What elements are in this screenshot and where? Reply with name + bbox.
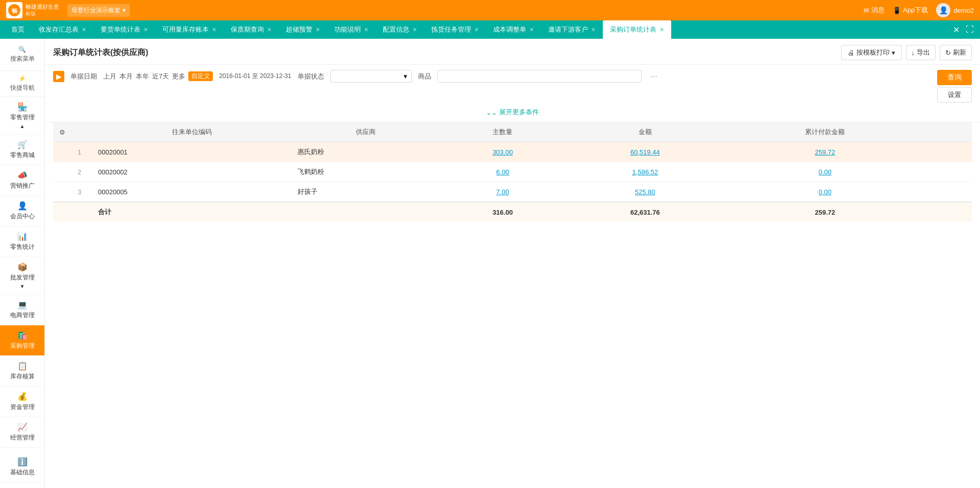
- row3-supplier-name: 好孩子: [291, 182, 440, 202]
- tab-config[interactable]: 配置信息 ✕: [376, 20, 424, 39]
- refresh-btn[interactable]: ↻ 刷新: [940, 45, 972, 60]
- sidebar-item-basic[interactable]: ℹ️ 基础信息: [0, 452, 44, 482]
- quick-nav-icon: ⚡: [18, 75, 26, 82]
- logo-text: 畅捷通好生意 标版: [26, 4, 59, 16]
- tab-close-purchase-stat[interactable]: ✕: [659, 27, 664, 33]
- tab-home[interactable]: 首页: [4, 20, 32, 39]
- tab-demand[interactable]: 要货单统计表 ✕: [93, 20, 155, 39]
- wholesale-icon: 📦: [17, 262, 28, 272]
- tab-close-config[interactable]: ✕: [412, 27, 417, 33]
- user-avatar[interactable]: 👤 demo2: [936, 3, 974, 17]
- tab-function[interactable]: 功能说明 ✕: [327, 20, 376, 39]
- goods-filter-label: 商品: [418, 72, 431, 81]
- row2-amount[interactable]: 1,586.52: [565, 162, 725, 182]
- tab-close-invite[interactable]: ✕: [591, 27, 596, 33]
- sidebar-item-finance[interactable]: 💰 资金管理: [0, 387, 44, 417]
- export-icon: ↓: [912, 49, 915, 57]
- retail-stat-icon: 📊: [17, 232, 28, 241]
- ecommerce-icon: 💻: [17, 300, 28, 310]
- sidebar-item-retail-stat[interactable]: 📊 零售统计: [0, 226, 44, 257]
- member-icon: 👤: [17, 201, 28, 211]
- sidebar-item-wholesale[interactable]: 📦 批发管理 ▼: [0, 257, 44, 295]
- sidebar-item-purchase[interactable]: 🛍️ 采购管理: [0, 325, 44, 356]
- tab-close-available[interactable]: ✕: [212, 27, 216, 33]
- row2-extra: [925, 162, 972, 182]
- more-date-btn[interactable]: 更多: [172, 72, 185, 81]
- expand-more-row: ⌄⌄ 展开更多条件: [53, 105, 972, 117]
- tab-close-expiry[interactable]: ✕: [267, 27, 272, 33]
- filter-toggle-btn[interactable]: ▶: [53, 71, 64, 82]
- page-header-actions: 🖨 按模板打印 ▾ ↓ 导出 ↻ 刷新: [841, 45, 972, 60]
- footer-extra: [925, 202, 972, 222]
- row2-supplier-code: 00020002: [92, 162, 291, 182]
- last-7-days-btn[interactable]: 近7天: [152, 72, 169, 81]
- status-select[interactable]: ▾: [330, 70, 412, 83]
- marketing-icon: 📣: [17, 170, 28, 180]
- last-month-btn[interactable]: 上月: [103, 72, 116, 81]
- row3-supplier-code: 00020005: [92, 182, 291, 202]
- sidebar-item-retail[interactable]: 🏪 零售管理 ▲: [0, 97, 44, 135]
- goods-more-btn[interactable]: ···: [648, 71, 660, 82]
- this-month-btn[interactable]: 本月: [119, 72, 133, 81]
- inventory-icon: 📋: [17, 361, 28, 371]
- expand-more-btn[interactable]: ⌄⌄ 展开更多条件: [486, 108, 539, 117]
- row2-paid[interactable]: 0.00: [725, 162, 925, 182]
- tab-close-all-btn[interactable]: ✕: [951, 23, 962, 37]
- sidebar-item-operation[interactable]: 📈 经营管理: [0, 417, 44, 448]
- tab-close-pick[interactable]: ✕: [474, 27, 479, 33]
- row1-paid[interactable]: 259.72: [725, 142, 925, 162]
- search-menu-btn[interactable]: 🔍 搜索菜单: [0, 43, 44, 66]
- row1-quantity[interactable]: 303.00: [440, 142, 566, 162]
- tab-purchase-stat[interactable]: 采购订单统计表 ✕: [603, 20, 671, 39]
- sidebar-item-ecommerce[interactable]: 💻 电商管理: [0, 295, 44, 325]
- sidebar: 🔍 搜索菜单 ⚡ 快捷导航 🏪 零售管理 ▲ 🛒 零售商城 📣 营销推广 👤 会…: [0, 39, 45, 488]
- workspace-selector[interactable]: 母婴行业演示账套 ▾: [67, 4, 130, 17]
- tab-close-receive[interactable]: ✕: [82, 27, 86, 33]
- export-btn[interactable]: ↓ 导出: [906, 45, 936, 60]
- sidebar-item-retail-shop[interactable]: 🛒 零售商城: [0, 135, 44, 165]
- sidebar-item-inventory[interactable]: 📋 库存核算: [0, 356, 44, 387]
- footer-label: 合计: [92, 202, 440, 222]
- custom-date-btn[interactable]: 自定义: [188, 71, 213, 81]
- goods-input[interactable]: [437, 70, 642, 83]
- gear-icon[interactable]: ⚙: [59, 129, 65, 136]
- tab-close-cost[interactable]: ✕: [529, 27, 534, 33]
- row3-paid[interactable]: 0.00: [725, 182, 925, 202]
- row3-quantity[interactable]: 7.00: [440, 182, 566, 202]
- row3-amount[interactable]: 525.80: [565, 182, 725, 202]
- tab-receive[interactable]: 收发存汇总表 ✕: [32, 20, 93, 39]
- tab-available[interactable]: 可用量库存账本 ✕: [155, 20, 224, 39]
- message-btn[interactable]: ✉ 消息: [864, 6, 885, 15]
- query-btn[interactable]: 查询: [937, 70, 972, 85]
- basic-icon: ℹ️: [17, 457, 28, 467]
- row1-amount[interactable]: 60,519.44: [565, 142, 725, 162]
- sidebar-item-member[interactable]: 👤 会员中心: [0, 196, 44, 226]
- footer-num: [71, 202, 92, 222]
- this-year-btn[interactable]: 本年: [136, 72, 149, 81]
- sidebar-item-system[interactable]: ⚙️ 系统管理: [0, 482, 44, 488]
- tab-close-overstock[interactable]: ✕: [315, 27, 320, 33]
- logo-area: 畅 畅捷通好生意 标版: [6, 2, 59, 18]
- status-filter-label: 单据状态: [298, 72, 324, 81]
- svg-text:畅: 畅: [12, 8, 17, 14]
- tab-maximize-btn[interactable]: ⛶: [964, 23, 976, 36]
- tab-expiry[interactable]: 保质期查询 ✕: [224, 20, 279, 39]
- quick-nav-btn[interactable]: ⚡ 快捷导航: [0, 71, 44, 97]
- tab-overstock[interactable]: 超储预警 ✕: [279, 20, 327, 39]
- table-row: 3 00020005 好孩子 7.00 525.80 0.00: [53, 182, 972, 202]
- tab-invite[interactable]: 邀请下游客户 ✕: [541, 20, 603, 39]
- retail-icon: 🏪: [17, 102, 28, 112]
- setting-btn[interactable]: 设置: [937, 87, 972, 102]
- col-amount: 金额: [565, 122, 725, 142]
- tab-close-demand[interactable]: ✕: [143, 27, 148, 33]
- date-filter-label: 单据日期: [70, 72, 97, 81]
- print-dropdown-icon: ▾: [892, 49, 895, 57]
- tab-close-function[interactable]: ✕: [364, 27, 369, 33]
- filter-actions-col: 查询 设置: [931, 70, 972, 102]
- tab-pick[interactable]: 拣货任务管理 ✕: [424, 20, 486, 39]
- row2-quantity[interactable]: 6.00: [440, 162, 566, 182]
- app-download-btn[interactable]: 📱 App下载: [893, 6, 928, 15]
- tab-cost[interactable]: 成本调整单 ✕: [486, 20, 541, 39]
- sidebar-item-marketing[interactable]: 📣 营销推广: [0, 165, 44, 196]
- print-btn[interactable]: 🖨 按模板打印 ▾: [841, 45, 902, 60]
